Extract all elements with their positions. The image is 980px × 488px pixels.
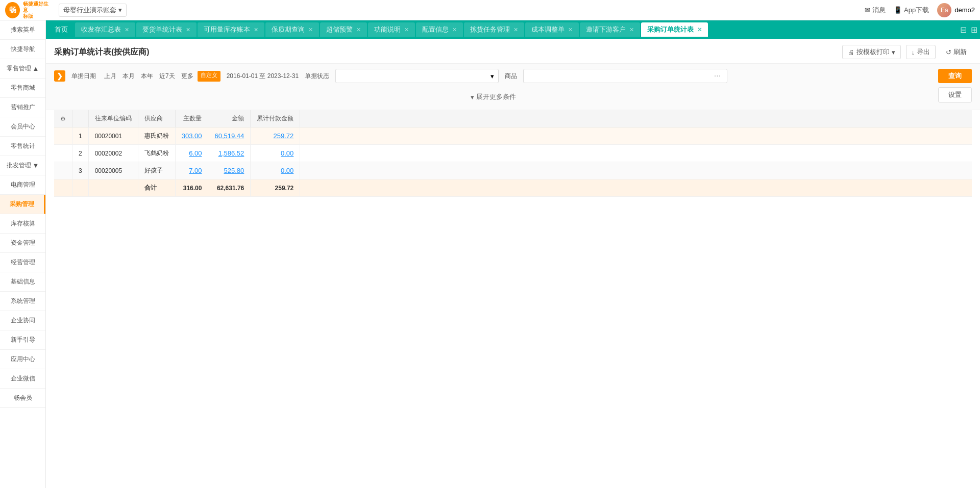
tab-label: 拣货任务管理 xyxy=(470,25,510,34)
sidebar-item-quicknav[interactable]: 快捷导航 xyxy=(0,40,45,59)
cell-amount: 60,519.44 xyxy=(208,127,251,145)
tab-close-icon[interactable]: ✕ xyxy=(254,27,258,33)
tab-inventory-book[interactable]: 可用量库存账本 ✕ xyxy=(198,22,264,37)
tab-freshness-query[interactable]: 保质期查询 ✕ xyxy=(265,22,319,37)
sidebar-item-retail[interactable]: 零售管理 ▲ xyxy=(0,59,45,79)
more-options-icon[interactable]: ··· xyxy=(712,71,723,81)
search-btn[interactable]: 查询 xyxy=(938,69,972,83)
status-select[interactable]: ▾ xyxy=(335,69,499,83)
tab-function-desc[interactable]: 功能说明 ✕ xyxy=(368,22,415,37)
chevron-down-icon: ▾ xyxy=(892,48,895,56)
sidebar-item-enterprise[interactable]: 企业协同 xyxy=(0,311,45,330)
date-btn-more[interactable]: 更多 xyxy=(179,71,195,82)
date-btn-this-year[interactable]: 本年 xyxy=(139,71,155,82)
sidebar-item-search[interactable]: 搜索英单 xyxy=(0,20,45,40)
tab-overstock-warning[interactable]: 超储预警 ✕ xyxy=(320,22,367,37)
date-btn-last-month[interactable]: 上月 xyxy=(102,71,118,82)
tab-receive-summary[interactable]: 收发存汇总表 ✕ xyxy=(75,22,135,37)
date-btn-7days[interactable]: 近7天 xyxy=(157,71,177,82)
app-download-btn[interactable]: 📱 App下载 xyxy=(894,6,929,15)
tab-label: 要货单统计表 xyxy=(142,25,182,34)
tab-close-icon[interactable]: ✕ xyxy=(629,27,634,33)
tab-home[interactable]: 首页 xyxy=(48,22,74,37)
tab-close-icon[interactable]: ✕ xyxy=(697,27,702,33)
table-footer-row: 合计 316.00 62,631.76 259.72 xyxy=(54,179,972,197)
page-header-actions: 🖨 按模板打印 ▾ ↓ 导出 ↺ 刷新 xyxy=(842,45,972,59)
sidebar-item-retail-shop[interactable]: 零售商城 xyxy=(0,79,45,98)
sidebar-item-marketing[interactable]: 营销推广 xyxy=(0,98,45,117)
th-extra xyxy=(300,110,972,127)
chevron-down-icon: ▾ xyxy=(471,93,474,101)
tab-minimize-btn[interactable]: ⊟ xyxy=(960,25,967,35)
cell-qty: 303.00 xyxy=(175,127,208,145)
cell-check xyxy=(54,145,72,162)
tab-close-icon[interactable]: ✕ xyxy=(186,27,190,33)
print-label: 按模板打印 xyxy=(856,47,890,57)
user-profile[interactable]: Ea demo2 xyxy=(937,3,975,17)
tab-label: 配置信息 xyxy=(422,25,449,34)
sidebar-item-newbie[interactable]: 新手引导 xyxy=(0,330,45,350)
date-btn-this-month[interactable]: 本月 xyxy=(120,71,137,82)
sidebar-item-wechat[interactable]: 企业微信 xyxy=(0,369,45,389)
status-filter-label: 单据状态 xyxy=(305,72,329,81)
cell-paid: 259.72 xyxy=(251,127,300,145)
tab-close-icon[interactable]: ✕ xyxy=(308,27,313,33)
sidebar-item-appcenter[interactable]: 应用中心 xyxy=(0,350,45,369)
sidebar-item-ecommerce[interactable]: 电商管理 xyxy=(0,175,45,195)
sidebar-item-operations[interactable]: 经营管理 xyxy=(0,253,45,272)
cell-paid: 0.00 xyxy=(251,145,300,162)
tab-invite-downstream[interactable]: 邀请下游客户 ✕ xyxy=(580,22,640,37)
th-amount: 金额 xyxy=(208,110,251,127)
tab-label: 超储预警 xyxy=(326,25,353,34)
tab-label: 可用量库存账本 xyxy=(204,25,250,34)
tab-close-icon[interactable]: ✕ xyxy=(513,27,518,33)
export-btn[interactable]: ↓ 导出 xyxy=(906,45,936,59)
tab-close-icon[interactable]: ✕ xyxy=(404,27,409,33)
filter-toggle-btn[interactable]: ❯ xyxy=(54,70,65,82)
th-gear[interactable]: ⚙ xyxy=(54,110,72,127)
tab-close-icon[interactable]: ✕ xyxy=(356,27,361,33)
sidebar-item-system[interactable]: 系统管理 xyxy=(0,292,45,311)
username: demo2 xyxy=(954,6,975,14)
page-header: 采购订单统计表(按供应商) 🖨 按模板打印 ▾ ↓ 导出 ↺ 刷新 xyxy=(46,39,980,64)
sidebar-item-basic[interactable]: 基础信息 xyxy=(0,272,45,292)
tab-config-info[interactable]: 配置信息 ✕ xyxy=(416,22,463,37)
tab-close-icon[interactable]: ✕ xyxy=(568,27,573,33)
date-custom-badge[interactable]: 自定义 xyxy=(198,71,220,82)
tab-cost-adjust[interactable]: 成本调整单 ✕ xyxy=(525,22,579,37)
filter-action-btns: 查询 设置 xyxy=(938,69,972,102)
expand-more-btn[interactable]: ▾ 展开更多条件 xyxy=(464,89,522,105)
tab-expand-btn[interactable]: ⊞ xyxy=(971,25,977,35)
tab-close-icon[interactable]: ✕ xyxy=(452,27,457,33)
tab-label: 功能说明 xyxy=(374,25,401,34)
expand-label: 展开更多条件 xyxy=(476,92,516,101)
sidebar-item-purchase[interactable]: 采购管理 xyxy=(0,195,45,214)
sidebar-item-capital[interactable]: 资金管理 xyxy=(0,234,45,253)
cell-no: 3 xyxy=(72,162,89,179)
goods-input[interactable] xyxy=(528,72,712,80)
footer-no xyxy=(72,179,89,197)
tab-close-icon[interactable]: ✕ xyxy=(125,27,129,33)
settings-btn[interactable]: 设置 xyxy=(938,87,972,102)
sidebar-item-vip[interactable]: 畅会员 xyxy=(0,389,45,408)
print-btn[interactable]: 🖨 按模板打印 ▾ xyxy=(842,45,901,59)
tab-stocking-task[interactable]: 拣货任务管理 ✕ xyxy=(464,22,524,37)
workspace-selector[interactable]: 母婴行业演示账套 ▾ xyxy=(59,4,127,17)
tab-label: 邀请下游客户 xyxy=(586,25,626,34)
sidebar-item-wholesale[interactable]: 批发管理 ▼ xyxy=(0,156,45,175)
sidebar: 搜索英单 快捷导航 零售管理 ▲ 零售商城 营销推广 会员中心 零售统计 批发管… xyxy=(0,20,46,488)
messages-btn[interactable]: ✉ 消息 xyxy=(865,6,886,15)
sidebar-item-retail-stats[interactable]: 零售统计 xyxy=(0,137,45,156)
sidebar-item-members[interactable]: 会员中心 xyxy=(0,117,45,137)
top-right: ✉ 消息 📱 App下载 Ea demo2 xyxy=(865,3,975,17)
footer-check xyxy=(54,179,72,197)
refresh-btn[interactable]: ↺ 刷新 xyxy=(941,45,972,59)
page-content: 采购订单统计表(按供应商) 🖨 按模板打印 ▾ ↓ 导出 ↺ 刷新 xyxy=(46,39,980,488)
cell-no: 2 xyxy=(72,145,89,162)
tab-order-stats[interactable]: 要货单统计表 ✕ xyxy=(136,22,197,37)
export-icon: ↓ xyxy=(912,48,915,56)
date-range-text: 2016-01-01 至 2023-12-31 xyxy=(227,72,299,81)
sidebar-item-inventory[interactable]: 库存核算 xyxy=(0,214,45,234)
cell-supplier: 惠氏奶粉 xyxy=(138,127,175,145)
tab-purchase-stats[interactable]: 采购订单统计表 ✕ xyxy=(641,22,708,37)
